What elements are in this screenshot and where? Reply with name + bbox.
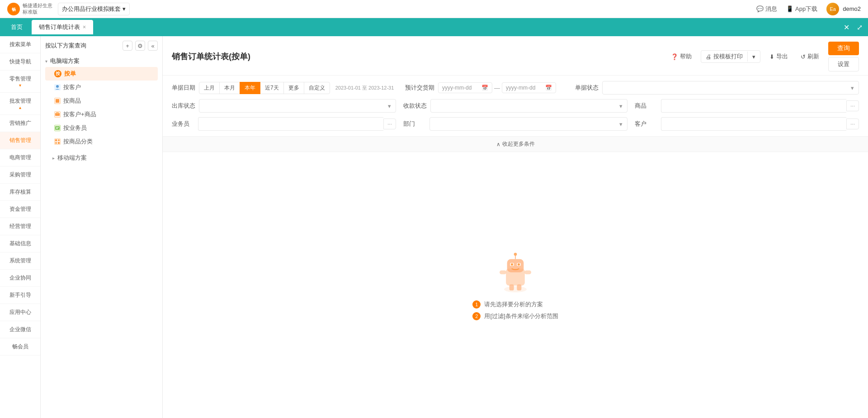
mobile-scheme-group-title[interactable]: ▸ 移动端方案: [45, 152, 158, 164]
collapse-panel-btn[interactable]: «: [148, 41, 158, 51]
sidebar-label: 企业协同: [0, 274, 40, 282]
refresh-action[interactable]: ↺ 刷新: [797, 51, 823, 62]
sidebar-item-sys-mgmt[interactable]: 系统管理: [0, 252, 40, 270]
scheme-icon-by-salesperson: [54, 125, 61, 131]
tab-bar: 首页 销售订单统计表 × ✕ ⤢: [0, 18, 868, 36]
date-btn-more[interactable]: 更多: [283, 82, 304, 94]
date-btn-last-month[interactable]: 上月: [199, 82, 220, 94]
scheme-item-by-customer-product[interactable]: 按客户+商品: [45, 108, 158, 121]
product-select[interactable]: [661, 99, 846, 113]
add-scheme-btn[interactable]: +: [123, 41, 132, 51]
sidebar-item-wholesale[interactable]: 批发管理 ▴: [0, 93, 40, 115]
sidebar-item-retail[interactable]: 零售管理 ▾: [0, 71, 40, 93]
collapse-label: 收起更多条件: [502, 140, 535, 148]
sidebar-item-inventory[interactable]: 库存核算: [0, 184, 40, 201]
filter-item-department: 部门 ▾: [403, 117, 627, 131]
sidebar-item-operations[interactable]: 经营管理: [0, 218, 40, 235]
sidebar-item-enterprise-wechat[interactable]: 企业微信: [0, 321, 40, 338]
delivery-start-input[interactable]: yyyy-mm-dd 📅: [438, 82, 492, 93]
sidebar-label: 畅会员: [0, 343, 40, 351]
print-dropdown-btn[interactable]: ▾: [748, 52, 760, 62]
user-area[interactable]: Ea demo2: [826, 3, 861, 15]
tab-label: 销售订单统计表: [39, 23, 80, 31]
sidebar-item-quick-nav[interactable]: 快捷导航: [0, 53, 40, 71]
tab-close-icon[interactable]: ×: [83, 24, 86, 30]
help-action[interactable]: ❓ 帮助: [667, 51, 695, 62]
scheme-item-by-customer[interactable]: 按客户: [45, 81, 158, 94]
scheme-label-by-product: 按商品: [63, 97, 81, 105]
salesperson-select[interactable]: [198, 117, 383, 131]
window-expand-btn[interactable]: ⤢: [855, 21, 864, 33]
panel-header-label: 按以下方案查询: [45, 42, 86, 50]
svg-point-23: [514, 253, 517, 256]
scheme-item-by-category[interactable]: 按商品分类: [45, 135, 158, 148]
sidebar-label: 库存核算: [0, 188, 40, 196]
top-bar-right: 💬 消息 📱 App下载 Ea demo2: [756, 3, 861, 15]
sidebar-item-marketing[interactable]: 营销推广: [0, 115, 40, 132]
scheme-label-by-category: 按商品分类: [63, 138, 93, 146]
order-status-label: 出库状态: [172, 102, 195, 110]
settings-scheme-btn[interactable]: ⚙: [135, 41, 145, 51]
sidebar-item-enterprise[interactable]: 企业协同: [0, 270, 40, 287]
message-icon: 💬: [756, 5, 764, 12]
scheme-item-by-order[interactable]: 按 按单: [45, 67, 158, 81]
department-select[interactable]: ▾: [429, 117, 627, 131]
sidebar-item-vip[interactable]: 畅会员: [0, 338, 40, 356]
customer-control: ···: [661, 117, 859, 131]
collapse-bar[interactable]: ∧ 收起更多条件: [163, 137, 868, 152]
sidebar-item-finance[interactable]: 资金管理: [0, 201, 40, 218]
page-title-bar: 销售订单统计表(按单) ❓ 帮助 🖨 按模板打印 ▾: [163, 36, 868, 76]
date-btn-7days[interactable]: 近7天: [260, 82, 284, 94]
svg-rect-11: [55, 142, 57, 144]
sidebar-item-new-guide[interactable]: 新手引导: [0, 287, 40, 304]
panel-header-actions: + ⚙ «: [123, 41, 158, 51]
store-selector[interactable]: 办公用品行业模拟账套 ▾: [58, 3, 130, 15]
setup-button[interactable]: 设置: [828, 57, 859, 71]
calendar-icon: 📅: [481, 85, 488, 91]
customer-label: 客户: [635, 120, 657, 128]
salesperson-ellipsis-btn[interactable]: ···: [383, 119, 396, 129]
date-btn-this-month[interactable]: 本月: [219, 82, 240, 94]
scheme-item-by-product[interactable]: 按商品: [45, 94, 158, 108]
scheme-icon-by-customer: [54, 84, 61, 90]
sidebar-label: 销售管理: [0, 137, 40, 144]
pc-scheme-group-title[interactable]: ▾ 电脑端方案: [45, 55, 158, 67]
sidebar-item-app-center[interactable]: 应用中心: [0, 304, 40, 321]
tab-sales-report[interactable]: 销售订单统计表 ×: [32, 20, 93, 34]
delivery-end-input[interactable]: yyyy-mm-dd 📅: [502, 82, 556, 93]
svg-rect-10: [58, 139, 60, 141]
sidebar-item-ecom[interactable]: 电商管理: [0, 149, 40, 166]
app-download-action[interactable]: 📱 App下载: [786, 5, 817, 13]
product-control: ···: [661, 99, 859, 113]
app-download-icon: 📱: [786, 5, 793, 12]
sidebar-label: 零售管理: [0, 75, 40, 83]
sidebar-item-basic-info[interactable]: 基础信息: [0, 235, 40, 252]
window-close-btn[interactable]: ✕: [842, 21, 851, 33]
customer-ellipsis-btn[interactable]: ···: [846, 119, 859, 129]
query-button[interactable]: 查询: [828, 42, 859, 55]
scheme-item-by-salesperson[interactable]: 按业务员: [45, 121, 158, 135]
sidebar-item-sales[interactable]: 销售管理: [0, 132, 40, 149]
export-action[interactable]: ⬇ 导出: [766, 51, 792, 62]
date-btn-custom[interactable]: 自定义: [304, 82, 330, 94]
single-status-select[interactable]: ▾: [602, 81, 859, 95]
message-action[interactable]: 💬 消息: [756, 5, 777, 13]
department-label: 部门: [403, 120, 426, 128]
sidebar-label: 基础信息: [0, 240, 40, 247]
svg-text:畅: 畅: [12, 7, 16, 12]
product-ellipsis-btn[interactable]: ···: [846, 100, 859, 111]
payment-status-select[interactable]: ▾: [430, 99, 627, 113]
svg-rect-24: [509, 285, 514, 290]
date-btn-this-year[interactable]: 本年: [240, 82, 260, 94]
customer-select[interactable]: [661, 117, 846, 131]
sidebar-item-purchase[interactable]: 采购管理: [0, 166, 40, 184]
left-panel: 按以下方案查询 + ⚙ « ▾ 电脑端方案 按 按单: [41, 36, 163, 418]
sidebar-label: 批发管理: [0, 97, 40, 105]
tab-home[interactable]: 首页: [4, 20, 30, 34]
delivery-end-placeholder: yyyy-mm-dd: [506, 85, 535, 91]
query-setup-area: 查询 设置: [828, 42, 859, 71]
print-btn[interactable]: 🖨 按模板打印: [701, 51, 747, 62]
help-label: 帮助: [680, 52, 692, 61]
order-status-select[interactable]: ▾: [199, 99, 396, 113]
sidebar-item-search-menu[interactable]: 搜索菜单: [0, 36, 40, 53]
